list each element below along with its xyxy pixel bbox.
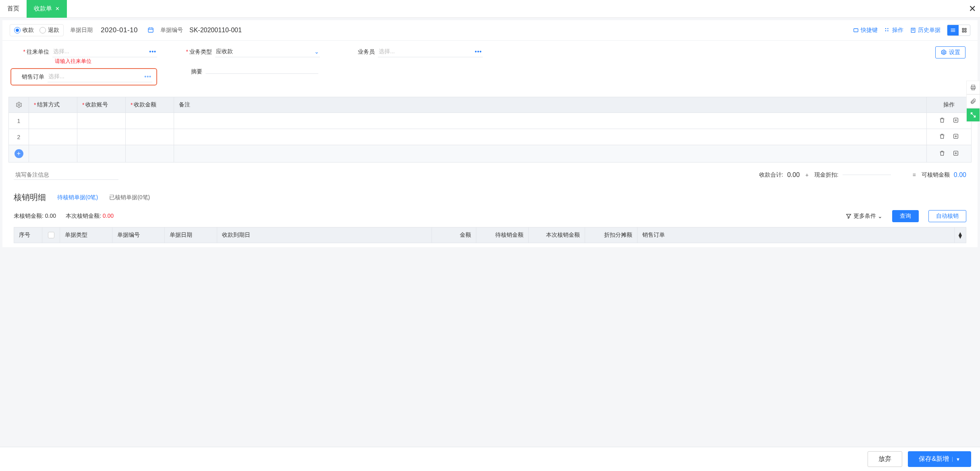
col-this: 本次核销金额 — [529, 227, 585, 243]
col-type: 单据类型 — [60, 227, 112, 243]
unwritten-value: 0.00 — [45, 213, 56, 219]
writeable-value: 0.00 — [954, 171, 966, 179]
svg-point-6 — [887, 28, 889, 29]
biztype-field: *业务类型 应收款 ⌄ — [177, 46, 320, 57]
col-ops: 操作 — [927, 97, 971, 113]
delete-icon[interactable] — [939, 150, 945, 158]
document-toolbar: 收款 退款 单据日期 2020-01-10 单据编号 SK-20200110-0… — [2, 20, 978, 41]
sort-icon[interactable]: ▲▼ — [955, 227, 966, 243]
col-no: 单据编号 — [112, 227, 165, 243]
more-conditions[interactable]: 更多条件 ⌄ — [845, 213, 882, 220]
date-label: 单据日期 — [70, 27, 93, 34]
radio-icon — [39, 27, 46, 33]
summary-field: 摘要 — [177, 68, 318, 75]
writeoff-table: 序号 单据类型 单据编号 单据日期 收款到期日 金额 待核销金额 本次核销金额 … — [14, 227, 966, 243]
col-disc: 折扣分摊额 — [585, 227, 637, 243]
cell-remark[interactable] — [174, 129, 927, 145]
col-order: 销售订单 — [637, 227, 955, 243]
thistime-value: 0.00 — [103, 213, 114, 219]
discount-input[interactable] — [843, 175, 891, 175]
table-row: 1 — [9, 113, 971, 129]
col-method: *结算方式 — [29, 97, 77, 113]
svg-rect-18 — [965, 31, 966, 32]
close-icon[interactable]: ✕ — [969, 4, 976, 14]
radio-icon — [14, 27, 21, 33]
more-icon[interactable]: ••• — [149, 48, 156, 55]
view-switch — [947, 25, 970, 36]
svg-point-7 — [885, 30, 887, 31]
tab-home[interactable]: 首页 — [0, 0, 27, 18]
clerk-select[interactable]: 选择... ••• — [378, 46, 483, 57]
cell-account[interactable] — [77, 129, 126, 145]
remark-input[interactable] — [14, 170, 118, 180]
col-due: 收款到期日 — [217, 227, 432, 243]
svg-rect-15 — [962, 28, 963, 29]
sales-order-field: 销售订单 选择... ••• — [15, 71, 152, 82]
doc-no-label: 单据编号 — [160, 27, 183, 34]
radio-receive[interactable]: 收款 — [14, 27, 34, 34]
view-list-button[interactable] — [947, 25, 959, 35]
summary-input[interactable] — [206, 70, 318, 74]
tab-current-label: 收款单 — [34, 5, 52, 13]
shortcut-button[interactable]: 快捷键 — [853, 27, 878, 34]
party-error: 请输入往来单位 — [55, 58, 91, 65]
svg-rect-16 — [965, 28, 966, 29]
svg-point-19 — [943, 52, 945, 53]
col-date: 单据日期 — [165, 227, 217, 243]
view-grid-button[interactable] — [959, 25, 970, 35]
summary-bar: 收款合计: 0.00 + 现金折扣: = 可核销金额 0.00 — [2, 165, 978, 185]
tab-done[interactable]: 已核销单据(0笔) — [109, 194, 150, 201]
more-icon[interactable]: ••• — [144, 73, 152, 80]
gear-icon[interactable] — [9, 97, 29, 113]
date-value[interactable]: 2020-01-10 — [99, 26, 139, 34]
cell-remark[interactable] — [174, 113, 927, 129]
clerk-field: 业务员 选择... ••• — [340, 46, 483, 57]
add-row-icon[interactable] — [953, 117, 959, 125]
more-icon[interactable]: ••• — [475, 48, 482, 55]
tab-pending[interactable]: 待核销单据(0笔) — [57, 194, 98, 201]
add-row-icon[interactable] — [953, 150, 959, 158]
tab-current[interactable]: 收款单 ✕ — [27, 0, 67, 18]
add-row-icon[interactable] — [953, 133, 959, 141]
party-select[interactable]: 选择... ••• — [52, 46, 157, 57]
delete-icon[interactable] — [939, 117, 945, 125]
print-icon[interactable] — [966, 81, 980, 94]
cell-method[interactable] — [29, 113, 77, 129]
cell-method[interactable] — [29, 129, 77, 145]
payment-table: *结算方式 *收款账号 *收款金额 备注 操作 1 2 — [8, 97, 972, 163]
writeoff-title: 核销明细 — [14, 192, 46, 203]
table-row: 2 — [9, 129, 971, 145]
cell-amount[interactable] — [126, 129, 174, 145]
query-button[interactable]: 查询 — [892, 210, 919, 222]
close-icon[interactable]: ✕ — [55, 6, 60, 12]
radio-refund[interactable]: 退款 — [39, 27, 59, 34]
attachment-icon[interactable] — [966, 94, 980, 108]
party-field: *往来单位 选择... ••• 请输入往来单位 — [15, 46, 157, 57]
col-pend: 待核销金额 — [476, 227, 529, 243]
doc-no-value: SK-20200110-001 — [189, 27, 242, 34]
svg-point-5 — [885, 28, 887, 29]
col-seq: 序号 — [14, 227, 42, 243]
cell-account[interactable] — [77, 113, 126, 129]
expand-icon[interactable] — [966, 108, 980, 122]
svg-rect-4 — [854, 29, 858, 32]
history-button[interactable]: 历史单据 — [910, 27, 941, 34]
svg-rect-0 — [148, 28, 153, 32]
settings-button[interactable]: 设置 — [935, 46, 965, 58]
cell-amount[interactable] — [126, 113, 174, 129]
sales-order-select[interactable]: 选择... ••• — [48, 71, 152, 82]
sales-order-highlight: 销售订单 选择... ••• — [10, 68, 157, 85]
col-checkbox[interactable] — [42, 227, 60, 243]
svg-point-20 — [18, 104, 20, 106]
delete-icon[interactable] — [939, 133, 945, 141]
add-row-button[interactable]: + — [9, 145, 29, 162]
table-footer-row: + — [9, 145, 971, 162]
auto-writeoff-button[interactable]: 自动核销 — [928, 210, 966, 222]
svg-rect-17 — [962, 31, 963, 32]
biztype-select[interactable]: 应收款 ⌄ — [215, 46, 320, 57]
row-number: 2 — [9, 129, 29, 145]
col-amt: 金额 — [432, 227, 476, 243]
svg-point-8 — [887, 30, 889, 31]
calendar-icon[interactable] — [147, 27, 154, 34]
operate-button[interactable]: 操作 — [884, 27, 903, 34]
